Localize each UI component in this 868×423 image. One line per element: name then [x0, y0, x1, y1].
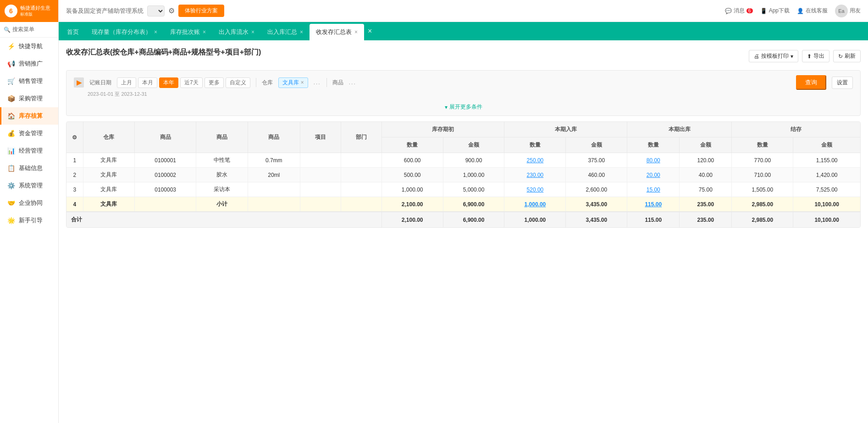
cell-open-qty: 1,000.00	[381, 182, 443, 197]
refresh-icon: ↻	[838, 53, 843, 60]
col-out-amt: 金额	[680, 137, 732, 153]
warehouse-dots[interactable]: ...	[314, 79, 321, 86]
cell-out-amt: 75.00	[680, 182, 732, 197]
cell-in-qty[interactable]: 1,000.00	[504, 197, 566, 212]
sidebar-item-quick-nav[interactable]: ⚡快捷导航	[0, 38, 58, 55]
date-btn-近7天[interactable]: 近7天	[180, 77, 203, 88]
footer-in-qty: 1,000.00	[504, 212, 566, 227]
col-bal-amt: 金额	[793, 137, 860, 153]
goods-dots[interactable]: ...	[349, 79, 356, 86]
col-bal-qty: 数量	[732, 137, 793, 153]
date-btn-本月[interactable]: 本月	[138, 77, 157, 88]
gear-icon[interactable]: ⚙	[168, 6, 175, 15]
query-btn[interactable]: 查询	[796, 75, 826, 90]
tab-in-out-flow[interactable]: 出入库流水×	[212, 24, 261, 40]
cell-project	[300, 197, 341, 212]
cell-out-amt: 235.00	[680, 197, 732, 212]
tab-home[interactable]: 首页	[61, 24, 85, 40]
tab-inventory-dist[interactable]: 现存量（库存分布表）×	[85, 24, 164, 40]
user-item[interactable]: Ea 用友	[835, 5, 861, 17]
sidebar-item-inventory[interactable]: 🏠库存核算	[0, 107, 58, 125]
nav-icon-marketing: 📢	[7, 60, 15, 67]
print-btn[interactable]: 🖨 按模板打印 ▾	[749, 50, 798, 62]
tab-close-batch-ledger[interactable]: ×	[203, 29, 206, 35]
cell-out-qty[interactable]: 15.00	[627, 182, 680, 197]
notification-icon: 💬	[725, 8, 732, 14]
warehouse-tag-text: 文具库	[282, 79, 299, 87]
cell-out-qty[interactable]: 20.00	[627, 168, 680, 182]
footer-open-qty: 2,100.00	[381, 212, 443, 227]
cell-out-qty[interactable]: 115.00	[627, 197, 680, 212]
sidebar: 6 畅捷通好生意 标准版 🔍 搜索菜单 ⚡快捷导航📢营销推广🛒销售管理📦采购管理…	[0, 0, 59, 423]
online-service-item[interactable]: 👤 在线客服	[797, 7, 828, 15]
experience-btn[interactable]: 体验行业方案	[178, 5, 224, 17]
sidebar-item-basic[interactable]: 📋基础信息	[0, 159, 58, 177]
tab-recv-send-summary[interactable]: 收发存汇总表×	[310, 24, 364, 40]
cell-bal-amt: 7,525.00	[793, 182, 860, 197]
notification-item[interactable]: 💬 消息 6	[725, 7, 753, 15]
date-btn-本年[interactable]: 本年	[159, 77, 178, 88]
cell-out-amt: 120.00	[680, 153, 732, 168]
cell-out-amt: 40.00	[680, 168, 732, 182]
date-btn-自定义[interactable]: 自定义	[226, 77, 250, 88]
sidebar-item-newbie[interactable]: 🌟新手引导	[0, 212, 58, 229]
col-name: 商品	[196, 122, 248, 153]
system-title: 装备及固定资产辅助管理系统	[66, 7, 144, 15]
date-btn-上月[interactable]: 上月	[117, 77, 136, 88]
system-select[interactable]	[147, 5, 165, 16]
sidebar-item-marketing[interactable]: 📢营销推广	[0, 55, 58, 72]
date-btn-更多[interactable]: 更多	[205, 77, 224, 88]
col-group-open: 库存期初	[381, 122, 504, 137]
tab-close-recv-send-summary[interactable]: ×	[354, 29, 358, 35]
cell-dept	[341, 153, 381, 168]
tab-batch-ledger[interactable]: 库存批次账×	[164, 24, 212, 40]
collapse-btn[interactable]: ▶	[74, 77, 84, 88]
cell-bal-amt: 1,420.00	[793, 168, 860, 182]
tab-close-in-out-flow[interactable]: ×	[251, 29, 254, 35]
notification-badge: 6	[746, 8, 753, 13]
table-footer-row: 合计 2,100.00 6,900.00 1,000.00 3,435.00 1…	[66, 212, 860, 227]
nav-icon-system: ⚙️	[7, 182, 15, 189]
export-btn[interactable]: ⬆ 导出	[802, 50, 829, 62]
cell-bal-qty: 1,505.00	[732, 182, 793, 197]
cell-out-qty[interactable]: 80.00	[627, 153, 680, 168]
sidebar-item-finance[interactable]: 💰资金管理	[0, 125, 58, 142]
nav-icon-sales: 🛒	[7, 77, 15, 85]
sidebar-item-system[interactable]: ⚙️系统管理	[0, 177, 58, 194]
nav-icon-purchase: 📦	[7, 95, 15, 102]
settings-btn[interactable]: 设置	[832, 77, 853, 89]
nav-label-inventory: 库存核算	[19, 112, 43, 120]
date-label: 记账日期	[89, 79, 111, 87]
table-settings-col[interactable]: ⚙	[66, 122, 83, 153]
cell-in-qty[interactable]: 250.00	[504, 153, 566, 168]
tab-label-home: 首页	[67, 28, 79, 36]
col-warehouse: 仓库	[83, 122, 135, 153]
app-download-item[interactable]: 📱 App下载	[760, 7, 790, 15]
page-title: 收发存汇总表(按仓库+商品编码+商品+规格型号+项目+部门)	[66, 48, 261, 57]
cell-in-amt: 375.00	[566, 153, 627, 168]
expand-conditions-btn[interactable]: ▾ 展开更多条件	[445, 103, 482, 111]
sidebar-item-purchase[interactable]: 📦采购管理	[0, 90, 58, 107]
table-row: 2文具库0100002胶水20ml500.001,000.00230.00460…	[66, 168, 860, 182]
page-close-icon[interactable]: ×	[368, 27, 372, 35]
tab-close-in-out-summary[interactable]: ×	[300, 29, 303, 35]
nav-label-enterprise: 企业协同	[19, 199, 43, 207]
tab-in-out-summary[interactable]: 出入库汇总×	[261, 24, 310, 40]
col-group-out: 本期出库	[627, 122, 732, 137]
cell-in-qty[interactable]: 230.00	[504, 168, 566, 182]
sidebar-item-operation[interactable]: 📊经营管理	[0, 142, 58, 159]
warehouse-tag[interactable]: 文具库 ×	[278, 77, 308, 88]
tab-close-inventory-dist[interactable]: ×	[154, 29, 157, 35]
sidebar-item-enterprise[interactable]: 🤝企业协同	[0, 194, 58, 212]
footer-bal-amt: 10,100.00	[793, 212, 860, 227]
refresh-btn[interactable]: ↻ 刷新	[833, 50, 861, 62]
cell-in-qty[interactable]: 520.00	[504, 182, 566, 197]
export-icon: ⬆	[807, 53, 812, 60]
search-menu[interactable]: 🔍 搜索菜单	[0, 22, 58, 38]
col-group-bal: 结存	[732, 122, 860, 137]
warehouse-tag-close-icon[interactable]: ×	[301, 79, 304, 86]
table-row: 3文具库0100003采访本1,000.005,000.00520.002,60…	[66, 182, 860, 197]
cell-spec	[248, 182, 300, 197]
sidebar-item-sales[interactable]: 🛒销售管理	[0, 72, 58, 90]
cell-bal-amt: 1,155.00	[793, 153, 860, 168]
